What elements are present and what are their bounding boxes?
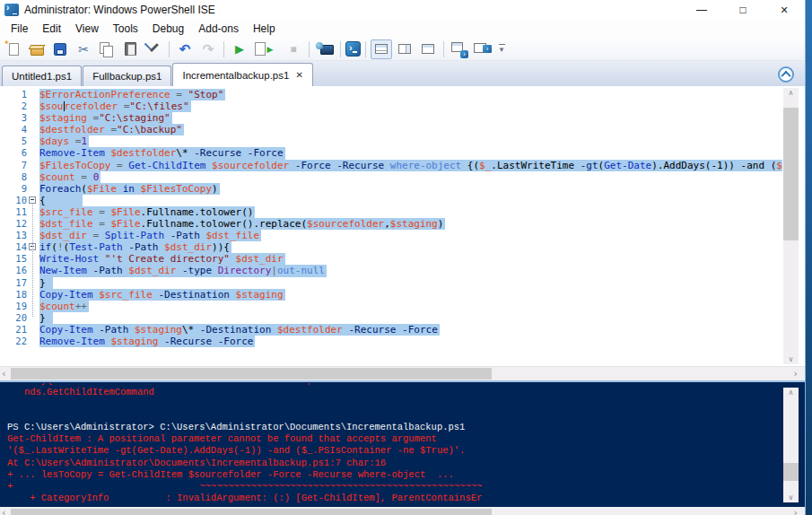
save-script-icon[interactable] xyxy=(49,39,71,59)
selected-text: $src_file = $File.Fullname.tolower() xyxy=(39,206,255,218)
code-line[interactable]: 21Copy-Item -Path $staging\* -Destinatio… xyxy=(0,324,782,336)
code-token: $dst_dir xyxy=(39,230,87,241)
console-output-line: Get-ChildItem : A positional parameter c… xyxy=(7,433,778,445)
code-line[interactable]: 11$src_file = $File.Fullname.tolower() xyxy=(0,206,782,218)
code-token: = xyxy=(93,206,111,218)
scroll-up-icon[interactable]: ∧ xyxy=(783,89,799,97)
code-token: = xyxy=(87,230,105,241)
menu-edit[interactable]: Edit xyxy=(35,21,68,37)
menu-view[interactable]: View xyxy=(68,21,106,37)
stop-operation-icon[interactable]: ■ xyxy=(283,39,304,59)
fold-gutter xyxy=(27,218,39,230)
cut-icon[interactable]: ✂ xyxy=(73,39,94,59)
code-line[interactable]: 15Write-Host "'t Create directory" $dst_… xyxy=(0,253,782,265)
code-line[interactable]: 9Foreach($File in $FilesToCopy) xyxy=(0,183,782,195)
code-line[interactable]: 4$destfolder ="C:\backup" xyxy=(0,124,782,135)
undo-icon[interactable]: ↶ xyxy=(174,39,196,59)
code-token: -Destination xyxy=(194,324,271,336)
scroll-up-icon[interactable]: ∧ xyxy=(783,388,799,397)
fold-gutter xyxy=(27,324,39,336)
tab-incrementalbackup-ps1[interactable]: Incrementalbackup.ps1✕ xyxy=(172,63,312,86)
menu-tools[interactable]: Tools xyxy=(106,21,145,37)
scroll-right-icon[interactable]: › xyxy=(794,507,798,515)
show-script-pane-maximized-icon[interactable] xyxy=(417,39,439,59)
fold-gutter xyxy=(27,135,39,147)
code-line[interactable]: 14if(!(Test-Path -Path $dst_dir)){ xyxy=(0,241,782,253)
line-number: 9 xyxy=(0,183,27,195)
tab-close-icon[interactable]: ✕ xyxy=(295,70,302,80)
close-button[interactable]: ✕ xyxy=(764,0,805,20)
code-line[interactable]: 13$dst_dir = Split-Path -Path $dst_file xyxy=(0,230,782,241)
code-token: Copy-Item xyxy=(39,324,93,336)
code-token: Write-Host xyxy=(39,253,99,265)
clear-console-pane-icon[interactable] xyxy=(143,39,164,59)
script-editor-pane[interactable]: 1$ErrorActionPreference = "Stop"2$source… xyxy=(0,86,805,380)
console-pane[interactable]: + FullyQualifiedErrorId : PositionalPara… xyxy=(0,380,805,515)
collapse-script-pane-button[interactable] xyxy=(778,66,794,83)
code-area[interactable]: 1$ErrorActionPreference = "Stop"2$source… xyxy=(0,86,782,366)
menu-file[interactable]: File xyxy=(4,21,35,37)
new-script-icon[interactable] xyxy=(3,39,24,59)
console-output-line xyxy=(7,410,778,422)
console-vscroll-thumb[interactable] xyxy=(783,463,799,481)
scroll-right-icon[interactable]: › xyxy=(794,368,798,380)
tab-fullbackup-ps1[interactable]: Fullbackup.ps1 xyxy=(83,65,171,86)
minimize-button[interactable]: — xyxy=(681,0,722,20)
desktop-background-strip xyxy=(805,0,812,515)
menu-debug[interactable]: Debug xyxy=(145,21,191,37)
code-line[interactable]: 18Copy-Item $src_file -Destination $stag… xyxy=(0,289,782,301)
paste-icon[interactable] xyxy=(119,39,141,59)
console-horizontal-scrollbar[interactable]: ‹ › xyxy=(0,507,805,515)
code-line[interactable]: 22Remove-Item $staging -Recurse -Force xyxy=(0,336,782,347)
show-script-pane-top-icon[interactable] xyxy=(371,39,392,59)
editor-vscroll-thumb[interactable] xyxy=(783,108,799,240)
code-token: -Recurse xyxy=(331,160,385,171)
scroll-left-icon[interactable]: ‹ xyxy=(2,507,5,515)
code-line[interactable]: 2$sourcefolder ="C:\files" xyxy=(0,100,782,112)
editor-hscroll-thumb[interactable] xyxy=(11,368,492,380)
menu-help[interactable]: Help xyxy=(246,21,283,37)
code-line[interactable]: 19$count++ xyxy=(0,301,782,312)
editor-horizontal-scrollbar[interactable]: ‹ › xyxy=(0,366,805,380)
code-line[interactable]: 1$ErrorActionPreference = "Stop" xyxy=(0,89,782,100)
tab-untitled1-ps1[interactable]: Untitled1.ps1 xyxy=(2,65,82,86)
code-line[interactable]: 8$count = 0 xyxy=(0,171,782,183)
code-line[interactable]: 6Remove-Item $destfolder\* -Recurse -For… xyxy=(0,147,782,159)
code-line[interactable]: 17} xyxy=(0,277,782,289)
code-line[interactable]: 3$staging ="C:\staging" xyxy=(0,112,782,124)
line-number: 13 xyxy=(0,230,27,241)
code-line[interactable]: 12$dst_file = $File.Fullname.tolower().r… xyxy=(0,218,782,230)
menu-addons[interactable]: Add-ons xyxy=(191,21,246,37)
scroll-down-icon[interactable]: ∨ xyxy=(783,355,799,363)
open-script-icon[interactable] xyxy=(26,39,48,59)
fold-collapse-icon[interactable] xyxy=(29,196,36,204)
code-line[interactable]: 16New-Item -Path $dst_dir -type Director… xyxy=(0,265,782,276)
code-line[interactable]: 10{ xyxy=(0,195,782,206)
run-script-icon[interactable]: ▶ xyxy=(229,39,250,59)
maximize-button[interactable]: □ xyxy=(722,0,764,20)
code-line[interactable]: 20} xyxy=(0,312,782,324)
scroll-down-icon[interactable]: ∨ xyxy=(783,493,799,502)
show-script-in-new-window-icon[interactable] xyxy=(472,39,493,59)
console-vertical-scrollbar[interactable]: ∧ ∨ xyxy=(783,388,799,502)
start-powershell-icon[interactable] xyxy=(345,41,361,57)
line-number: 22 xyxy=(0,336,27,347)
run-selection-icon[interactable]: ▶ xyxy=(252,39,281,59)
new-powershell-tab-icon[interactable] xyxy=(449,39,470,59)
fold-guide-line xyxy=(32,205,33,317)
console-hscroll-thumb[interactable] xyxy=(11,509,492,515)
code-line[interactable]: 5$days =1 xyxy=(0,135,782,147)
show-script-pane-right-icon[interactable] xyxy=(394,39,415,59)
copy-icon[interactable] xyxy=(96,39,118,59)
toolbar-overflow-icon[interactable]: ▾ xyxy=(495,39,508,59)
console-output-line: nds.GetChildItemCommand xyxy=(7,387,778,398)
new-remote-powershell-tab-icon[interactable] xyxy=(314,39,336,59)
line-number: 8 xyxy=(0,171,27,183)
redo-icon[interactable]: ↷ xyxy=(197,39,219,59)
scroll-left-icon[interactable]: ‹ xyxy=(2,368,5,380)
editor-vertical-scrollbar[interactable]: ∧ ∨ xyxy=(783,88,799,364)
code-token: Split-Path xyxy=(105,230,164,241)
code-line[interactable]: 7$FilesToCopy = Get-ChildItem $sourcefol… xyxy=(0,160,782,171)
code-token: -Recurse xyxy=(158,336,212,347)
code-token: in xyxy=(117,183,141,195)
